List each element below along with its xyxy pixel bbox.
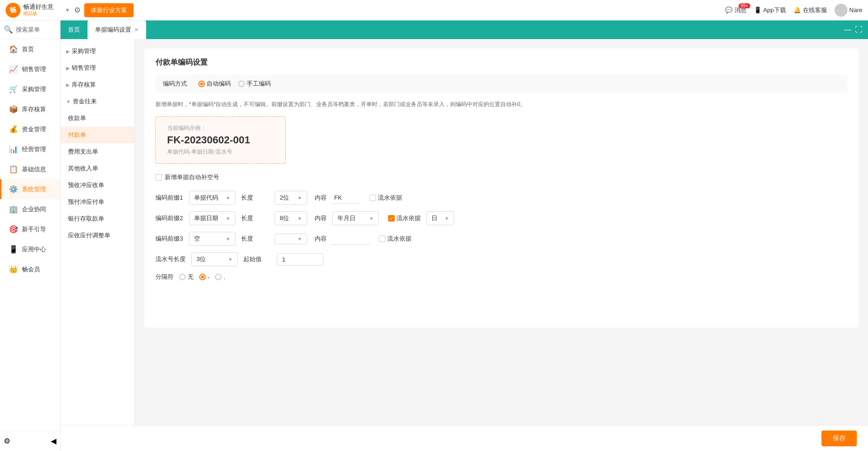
sep-dot-radio[interactable]: . (215, 274, 225, 281)
nav-arrow-icon[interactable]: ▼ (65, 7, 70, 13)
tab-close-icon[interactable]: ✕ (134, 27, 139, 33)
sep-none-radio[interactable]: 无 (179, 273, 194, 281)
online-service-button[interactable]: 🔔 在线客服 (794, 6, 827, 14)
length2-select[interactable]: 8位 ▼ (275, 211, 307, 225)
auto-coding-radio[interactable]: 自动编码 (198, 80, 231, 88)
prefix1-arrow-icon: ▼ (226, 195, 230, 201)
sub-menu-item-expense[interactable]: 费用支出单 (61, 143, 135, 160)
search-icon: 🔍 (4, 25, 13, 34)
length3-select[interactable]: ▼ (275, 234, 307, 244)
app-download-button[interactable]: 📱 App下载 (754, 6, 786, 14)
sub-menu-item-receipt[interactable]: 收款单 (61, 110, 135, 127)
tabbar: 首页 单据编码设置 ✕ — ⛶ (61, 20, 868, 39)
sidebar-item-purchase[interactable]: 🛒 采购管理 (0, 79, 60, 99)
separator-label: 分隔符 (155, 273, 174, 281)
sidebar-item-basic[interactable]: 📋 基础信息 (0, 159, 60, 179)
sidebar-item-apps[interactable]: 📱 应用中心 (0, 239, 60, 259)
settings-footer-icon[interactable]: ⚙ (4, 437, 10, 445)
tab-coding[interactable]: 单据编码设置 ✕ (87, 20, 146, 39)
panel-card: 付款单编码设置 编码方式 自动编码 手工编码 (144, 48, 859, 328)
manual-coding-radio[interactable]: 手工编码 (238, 80, 271, 88)
sales-icon: 📈 (9, 65, 18, 74)
collapse-icon[interactable]: ◀ (51, 437, 56, 445)
sub-menu-item-prepay-recv[interactable]: 预收冲应收单 (61, 177, 135, 194)
app-icon: 📱 (754, 7, 761, 13)
serial2-select[interactable]: 日 ▼ (426, 211, 454, 225)
sub-menu-group-purchase[interactable]: ▶ 采购管理 (61, 43, 135, 60)
message-badge: 99+ (739, 3, 750, 8)
enterprise-icon: 🏢 (9, 205, 18, 214)
sidebar-item-finance[interactable]: 💰 资金管理 (0, 119, 60, 139)
tab-home[interactable]: 首页 (61, 20, 87, 39)
prefix2-arrow-icon: ▼ (226, 216, 230, 221)
prefix2-select[interactable]: 单据日期 ▼ (189, 211, 236, 225)
logo-icon: 畅 (6, 3, 20, 18)
prefix2-row: 编码前缀2 单据日期 ▼ 长度 8位 ▼ 内容 年月日 (155, 211, 848, 225)
sidebar-item-label: 采购管理 (22, 85, 46, 94)
chevron-right-icon: ▶ (66, 66, 70, 71)
service-icon: 🔔 (794, 7, 801, 13)
sub-menu-item-bank[interactable]: 银行存取款单 (61, 210, 135, 227)
sub-menu-item-income[interactable]: 其他收入单 (61, 160, 135, 177)
sidebar-item-sales[interactable]: 📈 销售管理 (0, 59, 60, 79)
trial-button[interactable]: 体验行业方案 (84, 3, 134, 17)
sidebar-item-enterprise[interactable]: 🏢 企业协同 (0, 199, 60, 219)
sep-dash-radio[interactable]: - (199, 274, 209, 281)
sub-menu-item-prepay-pay[interactable]: 预付冲应付单 (61, 194, 135, 210)
sub-menu-group-label: 库存核算 (72, 81, 96, 89)
serial-length-label: 流水号长度 (155, 255, 186, 263)
length1-value: 2位 (280, 194, 289, 202)
auto-fill-row: 新增单据自动补空号 (155, 173, 848, 182)
prefix1-value: 单据代码 (194, 194, 218, 202)
chevron-right-icon: ▶ (66, 49, 70, 54)
sub-layout: ▶ 采购管理 ▶ 销售管理 ▶ 库存核算 ▼ 资金往来 收款单 (61, 39, 868, 425)
sub-menu-group-label: 采购管理 (72, 47, 96, 55)
sidebar-item-home[interactable]: 🏠 首页 (0, 39, 60, 59)
save-button[interactable]: 保存 (821, 431, 857, 446)
serial1-checkbox[interactable] (370, 195, 376, 201)
content2-select[interactable]: 年月日 ▼ (332, 211, 379, 225)
sub-menu-item-adjust[interactable]: 应收应付调整单 (61, 227, 135, 244)
sidebar-item-label: 资金管理 (22, 125, 46, 134)
serial-length-select[interactable]: 3位 ▼ (191, 252, 238, 266)
sub-menu-item-payment[interactable]: 付款单 (61, 127, 135, 143)
sub-menu-group-inventory[interactable]: ▶ 库存核算 (61, 76, 135, 93)
start-value-label: 起始值 (243, 255, 271, 263)
sub-menu-item-label: 其他收入单 (68, 164, 98, 173)
coding-radio-group: 自动编码 手工编码 (198, 80, 271, 88)
content1-input[interactable] (332, 192, 360, 204)
message-button[interactable]: 💬 消息 99+ (725, 6, 747, 14)
sub-menu-group-sales[interactable]: ▶ 销售管理 (61, 60, 135, 76)
prefix3-select[interactable]: 空 ▼ (189, 232, 236, 246)
settings-icon[interactable]: ⚙ (74, 6, 81, 14)
serial2-checkbox[interactable] (388, 215, 395, 222)
content3-input[interactable] (332, 233, 370, 245)
length1-select[interactable]: 2位 ▼ (275, 191, 307, 205)
sub-menu-group-label: 销售管理 (72, 64, 96, 72)
manual-coding-radio-circle (238, 81, 245, 87)
example-box: 当前编码示例： FK-20230602-001 单据代码-单据日期-流水号 (155, 116, 286, 164)
auto-fill-checkbox[interactable] (155, 174, 162, 181)
chevron-right-icon: ▶ (66, 82, 70, 88)
sub-menu-group-capital[interactable]: ▼ 资金往来 (61, 93, 135, 110)
length2-arrow-icon: ▼ (297, 216, 302, 221)
sidebar-item-operation[interactable]: 📊 经营管理 (0, 139, 60, 159)
sidebar-item-guide[interactable]: 🎯 新手引导 (0, 219, 60, 239)
sidebar-item-inventory[interactable]: 📦 库存核算 (0, 99, 60, 119)
sep-dot-radio-circle (215, 274, 222, 280)
sidebar-item-system[interactable]: ⚙️ 系统管理 (0, 179, 60, 199)
search-menu[interactable]: 🔍 搜索菜单 (0, 20, 60, 39)
topbar-nav: ▼ ⚙ (65, 6, 81, 14)
coding-method-row: 编码方式 自动编码 手工编码 (155, 75, 848, 93)
prefix1-select[interactable]: 单据代码 ▼ (189, 191, 236, 205)
user-info[interactable]: Nare (834, 4, 862, 17)
start-value-input[interactable] (277, 253, 323, 266)
serial3-checkbox[interactable] (379, 236, 385, 242)
sidebar-item-label: 系统管理 (22, 185, 46, 194)
sidebar-item-member[interactable]: 👑 畅会员 (0, 259, 60, 279)
serial2-checkbox-group: 流水依据 (388, 214, 421, 222)
tabbar-minimize-button[interactable]: — (844, 26, 851, 34)
serial3-checkbox-group: 流水依据 (379, 235, 411, 243)
tabbar-maximize-button[interactable]: ⛶ (855, 26, 862, 34)
serial1-checkbox-group: 流水依据 (370, 194, 402, 202)
